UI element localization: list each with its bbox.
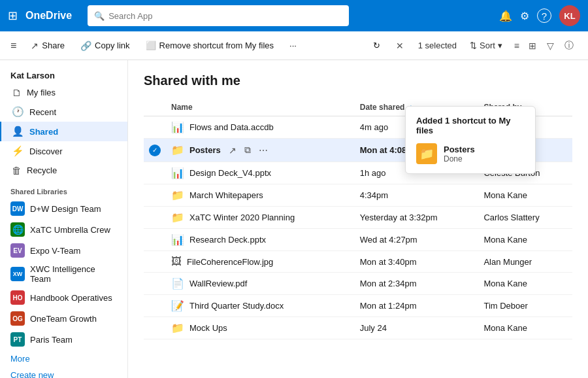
file-name-text[interactable]: Posters xyxy=(189,145,221,155)
help-icon[interactable]: ? xyxy=(537,9,551,23)
file-name-text[interactable]: Research Deck.pptx xyxy=(189,235,266,245)
file-name-text[interactable]: Flows and Data.accdb xyxy=(189,122,274,132)
row-check-cell[interactable] xyxy=(144,295,166,317)
file-type-icon: 📄 xyxy=(171,277,184,290)
app-grid-icon[interactable]: ⊞ xyxy=(8,9,18,23)
col-name[interactable]: Name xyxy=(166,99,355,116)
file-name: 📊Flows and Data.accdb xyxy=(171,121,350,133)
refresh-button[interactable]: ↻ xyxy=(367,38,387,53)
row-check-cell[interactable] xyxy=(144,207,166,229)
row-check-cell[interactable] xyxy=(144,184,166,207)
sidebar-item-label: Shared xyxy=(29,127,58,137)
popup-item-status: Done xyxy=(444,154,475,163)
row-check-cell[interactable]: ✓ xyxy=(144,139,166,162)
bell-icon[interactable]: 🔔 xyxy=(499,10,512,22)
sidebar-lib-dw[interactable]: DW D+W Design Team xyxy=(0,198,127,219)
search-input[interactable] xyxy=(108,11,342,21)
more-button[interactable]: ··· xyxy=(283,38,303,53)
sidebar-lib-xa[interactable]: 🌐 XaTC Umbrella Crew xyxy=(0,219,127,240)
grid-view-button[interactable]: ⊞ xyxy=(525,38,540,54)
file-name-text[interactable]: WallReview.pdf xyxy=(189,279,247,288)
file-name-text[interactable]: Third Quarter Study.docx xyxy=(189,301,284,311)
row-check-cell[interactable] xyxy=(144,229,166,251)
sidebar-item-my-files[interactable]: 🗋 My files xyxy=(0,83,127,102)
sort-button[interactable]: ⇅ Sort ▾ xyxy=(465,38,508,53)
file-name-text[interactable]: FileCoherenceFlow.jpg xyxy=(187,257,273,267)
file-name-text[interactable]: March Whitepapers xyxy=(189,190,263,200)
filter-button[interactable]: ▽ xyxy=(543,38,558,54)
file-type-icon: 📁 xyxy=(171,322,184,334)
toolbar-right: ↻ ✕ 1 selected ⇅ Sort ▾ ≡ ⊞ ▽ ⓘ xyxy=(367,37,578,54)
file-name: 📁XaTC Winter 2020 Planning xyxy=(171,211,350,224)
list-view-button[interactable]: ≡ xyxy=(510,38,523,54)
sidebar-lib-ho[interactable]: HO Handbook Operatives xyxy=(0,287,127,308)
main: Kat Larson 🗋 My files 🕐 Recent 👤 Shared … xyxy=(0,60,588,378)
sidebar-lib-og[interactable]: OG OneTeam Growth xyxy=(0,308,127,329)
shared-icon: 👤 xyxy=(12,126,24,137)
file-name-text[interactable]: Design Deck_V4.pptx xyxy=(189,168,271,178)
sidebar-lib-pt[interactable]: PT Paris Team xyxy=(0,329,127,350)
table-row[interactable]: 📁Mock UpsJuly 24Mona Kane xyxy=(144,317,572,339)
file-check[interactable]: ✓ xyxy=(149,145,161,156)
file-type-icon: 📝 xyxy=(171,300,184,312)
row-shared-by-cell: Mona Kane xyxy=(478,273,572,295)
sidebar-lib-xwc[interactable]: XW XWC Intelligence Team xyxy=(0,261,127,287)
popup-folder-icon: 📁 xyxy=(416,143,437,164)
sidebar-item-shared[interactable]: 👤 Shared xyxy=(0,122,127,141)
sidebar-item-label: Discover xyxy=(29,146,63,156)
file-name-text[interactable]: XaTC Winter 2020 Planning xyxy=(189,213,295,222)
file-name: 📁Posters ↗ ⧉ ⋯ xyxy=(171,143,350,157)
lib-icon-xwc: XW xyxy=(10,267,25,281)
row-check-cell[interactable] xyxy=(144,162,166,184)
view-toggle: ≡ ⊞ xyxy=(510,38,540,54)
row-date-cell: 4:34pm xyxy=(355,184,479,207)
info-button[interactable]: ⓘ xyxy=(561,37,578,54)
sidebar-item-discover[interactable]: ⚡ Discover xyxy=(0,141,127,161)
row-name-cell: 📁XaTC Winter 2020 Planning xyxy=(166,207,355,229)
hamburger-icon[interactable]: ≡ xyxy=(10,40,16,52)
file-type-icon: 📁 xyxy=(171,144,184,156)
top-bar: ⊞ OneDrive 🔍 🔔 ⚙ ? KL xyxy=(0,0,588,31)
row-share-button[interactable]: ↗ xyxy=(226,144,239,157)
table-row[interactable]: 📁March Whitepapers4:34pmMona Kane xyxy=(144,184,572,207)
sidebar-create[interactable]: Create new xyxy=(0,368,127,378)
sidebar-lib-ev[interactable]: EV Expo V-Team xyxy=(0,240,127,261)
settings-icon[interactable]: ⚙ xyxy=(520,10,529,22)
copy-link-button[interactable]: 🔗 Copy link xyxy=(74,38,136,54)
row-shared-by-cell: Mona Kane xyxy=(478,317,572,339)
popup-item-name: Posters xyxy=(444,145,475,154)
table-row[interactable]: 🖼FileCoherenceFlow.jpgMon at 3:40pmAlan … xyxy=(144,251,572,273)
row-more-button[interactable]: ⋯ xyxy=(256,144,270,157)
table-row[interactable]: 📁XaTC Winter 2020 PlanningYesterday at 3… xyxy=(144,207,572,229)
avatar[interactable]: KL xyxy=(559,5,580,26)
table-row[interactable]: 📝Third Quarter Study.docxMon at 1:24pmTi… xyxy=(144,295,572,317)
sidebar: Kat Larson 🗋 My files 🕐 Recent 👤 Shared … xyxy=(0,60,128,378)
row-check-cell[interactable] xyxy=(144,273,166,295)
row-check-cell[interactable] xyxy=(144,116,166,139)
row-date-cell: Yesterday at 3:32pm xyxy=(355,207,479,229)
sidebar-item-recent[interactable]: 🕐 Recent xyxy=(0,102,127,122)
file-name: 📄WallReview.pdf xyxy=(171,277,350,290)
sidebar-more[interactable]: More xyxy=(0,350,127,368)
row-date-cell: Mon at 2:34pm xyxy=(355,273,479,295)
sidebar-item-recycle[interactable]: 🗑 Recycle xyxy=(0,161,127,180)
sidebar-user: Kat Larson xyxy=(0,65,127,83)
search-bar: 🔍 xyxy=(88,5,349,26)
row-check-cell[interactable] xyxy=(144,317,166,339)
row-name-cell: 📝Third Quarter Study.docx xyxy=(166,295,355,317)
table-row[interactable]: 📊Research Deck.pptxWed at 4:27pmMona Kan… xyxy=(144,229,572,251)
remove-shortcut-button[interactable]: ⬜ Remove shortcut from My files xyxy=(139,38,281,53)
row-copy-button[interactable]: ⧉ xyxy=(242,143,253,157)
file-name-text[interactable]: Mock Ups xyxy=(189,323,227,333)
popup-item: 📁 Posters Done xyxy=(416,143,525,164)
table-row[interactable]: 📄WallReview.pdfMon at 2:34pmMona Kane xyxy=(144,273,572,295)
row-check-cell[interactable] xyxy=(144,251,166,273)
close-selected-button[interactable]: ✕ xyxy=(389,38,410,54)
file-name: 📝Third Quarter Study.docx xyxy=(171,300,350,312)
share-button[interactable]: ↗ Share xyxy=(24,38,71,54)
file-name: 🖼FileCoherenceFlow.jpg xyxy=(171,256,350,267)
lib-icon-dw: DW xyxy=(10,201,25,216)
recent-icon: 🕐 xyxy=(12,106,24,118)
libraries-label: Shared Libraries xyxy=(0,180,127,198)
row-shared-by-cell: Mona Kane xyxy=(478,229,572,251)
